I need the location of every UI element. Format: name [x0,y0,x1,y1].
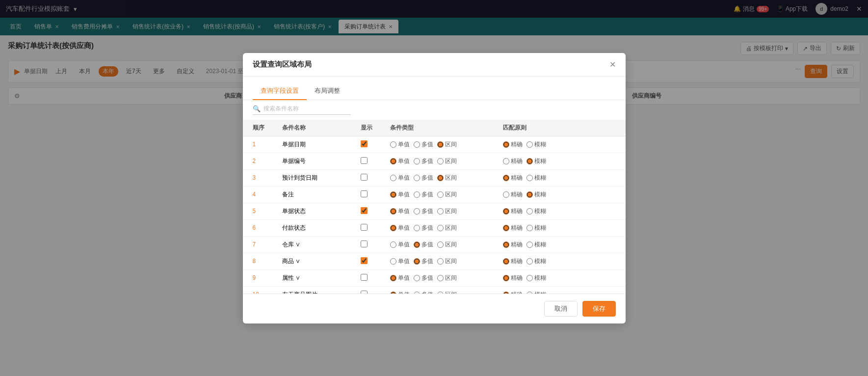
type-radio-input-区间[interactable] [437,242,444,248]
match-radio-模糊[interactable]: 模糊 [526,174,546,182]
match-radio-input-精确[interactable] [503,242,509,248]
type-radio-单值[interactable]: 单值 [390,257,410,266]
type-radio-多值[interactable]: 多值 [414,207,433,215]
match-radio-精确[interactable]: 精确 [503,274,523,282]
match-radio-模糊[interactable]: 模糊 [526,190,546,199]
match-radio-input-精确[interactable] [503,258,509,265]
type-radio-单值[interactable]: 单值 [390,174,410,182]
type-radio-input-多值[interactable] [414,225,420,231]
type-radio-input-区间[interactable] [437,175,444,181]
tab-query-fields[interactable]: 查询字段设置 [253,82,307,100]
match-radio-精确[interactable]: 精确 [503,174,523,182]
match-radio-input-模糊[interactable] [526,158,533,164]
type-radio-input-单值[interactable] [390,258,396,265]
type-radio-input-多值[interactable] [414,158,420,164]
type-radio-input-单值[interactable] [390,208,396,215]
match-radio-模糊[interactable]: 模糊 [526,207,546,215]
match-radio-精确[interactable]: 精确 [503,190,523,199]
dialog-close-button[interactable]: ✕ [609,60,616,69]
match-radio-input-精确[interactable] [503,275,509,281]
match-radio-input-模糊[interactable] [526,141,533,148]
type-radio-单值[interactable]: 单值 [390,207,410,215]
type-radio-区间[interactable]: 区间 [437,140,457,149]
type-radio-input-区间[interactable] [437,191,444,198]
type-radio-input-多值[interactable] [414,258,420,265]
type-radio-区间[interactable]: 区间 [437,157,457,165]
match-radio-模糊[interactable]: 模糊 [526,274,546,282]
match-radio-input-精确[interactable] [503,158,509,164]
type-radio-input-区间[interactable] [437,158,444,164]
type-radio-input-单值[interactable] [390,175,396,181]
type-radio-input-单值[interactable] [390,191,396,198]
match-radio-input-模糊[interactable] [526,208,533,215]
type-radio-单值[interactable]: 单值 [390,190,410,199]
match-radio-精确[interactable]: 精确 [503,140,523,149]
match-radio-input-模糊[interactable] [526,225,533,231]
match-radio-精确[interactable]: 精确 [503,241,523,249]
match-radio-input-模糊[interactable] [526,258,533,265]
type-radio-input-多值[interactable] [414,175,420,181]
type-radio-多值[interactable]: 多值 [414,157,433,165]
type-radio-单值[interactable]: 单值 [390,140,410,149]
type-radio-input-多值[interactable] [414,141,420,148]
type-radio-多值[interactable]: 多值 [414,257,433,266]
type-radio-多值[interactable]: 多值 [414,274,433,282]
type-radio-单值[interactable]: 单值 [390,157,410,165]
display-checkbox[interactable] [361,190,368,197]
type-radio-区间[interactable]: 区间 [437,241,457,249]
type-radio-多值[interactable]: 多值 [414,190,433,199]
type-radio-input-区间[interactable] [437,275,444,281]
match-radio-精确[interactable]: 精确 [503,207,523,215]
type-radio-input-单值[interactable] [390,225,396,231]
match-radio-input-精确[interactable] [503,191,509,198]
tab-layout-adjust[interactable]: 布局调整 [307,82,348,100]
type-radio-input-区间[interactable] [437,225,444,231]
type-radio-区间[interactable]: 区间 [437,174,457,182]
cancel-button[interactable]: 取消 [544,301,578,317]
save-button[interactable]: 保存 [582,301,616,317]
type-radio-input-多值[interactable] [414,242,420,248]
type-radio-区间[interactable]: 区间 [437,257,457,266]
type-radio-区间[interactable]: 区间 [437,224,457,232]
display-checkbox[interactable] [361,174,368,181]
type-radio-多值[interactable]: 多值 [414,174,433,182]
match-radio-精确[interactable]: 精确 [503,157,523,165]
display-checkbox[interactable] [361,224,368,231]
match-radio-input-模糊[interactable] [526,191,533,198]
type-radio-input-多值[interactable] [414,191,420,198]
type-radio-多值[interactable]: 多值 [414,224,433,232]
match-radio-input-模糊[interactable] [526,175,533,181]
type-radio-input-区间[interactable] [437,258,444,265]
display-checkbox[interactable] [361,140,368,147]
type-radio-input-单值[interactable] [390,242,396,248]
display-checkbox[interactable] [361,241,368,247]
match-radio-模糊[interactable]: 模糊 [526,157,546,165]
type-radio-input-单值[interactable] [390,275,396,281]
display-checkbox[interactable] [361,207,368,214]
type-radio-input-区间[interactable] [437,141,444,148]
match-radio-input-精确[interactable] [503,175,509,181]
type-radio-input-单值[interactable] [390,141,396,148]
search-input[interactable] [263,105,342,112]
match-radio-input-精确[interactable] [503,141,509,148]
type-radio-input-多值[interactable] [414,208,420,215]
type-radio-input-单值[interactable] [390,158,396,164]
display-checkbox[interactable] [361,157,368,164]
match-radio-模糊[interactable]: 模糊 [526,257,546,266]
display-checkbox[interactable] [361,274,368,281]
match-radio-精确[interactable]: 精确 [503,257,523,266]
type-radio-区间[interactable]: 区间 [437,207,457,215]
match-radio-input-模糊[interactable] [526,275,533,281]
match-radio-input-精确[interactable] [503,225,509,231]
match-radio-精确[interactable]: 精确 [503,224,523,232]
type-radio-区间[interactable]: 区间 [437,190,457,199]
match-radio-模糊[interactable]: 模糊 [526,241,546,249]
display-checkbox[interactable] [361,257,368,264]
type-radio-区间[interactable]: 区间 [437,274,457,282]
type-radio-单值[interactable]: 单值 [390,274,410,282]
type-radio-input-区间[interactable] [437,208,444,215]
type-radio-多值[interactable]: 多值 [414,140,433,149]
match-radio-模糊[interactable]: 模糊 [526,224,546,232]
match-radio-模糊[interactable]: 模糊 [526,140,546,149]
type-radio-单值[interactable]: 单值 [390,224,410,232]
